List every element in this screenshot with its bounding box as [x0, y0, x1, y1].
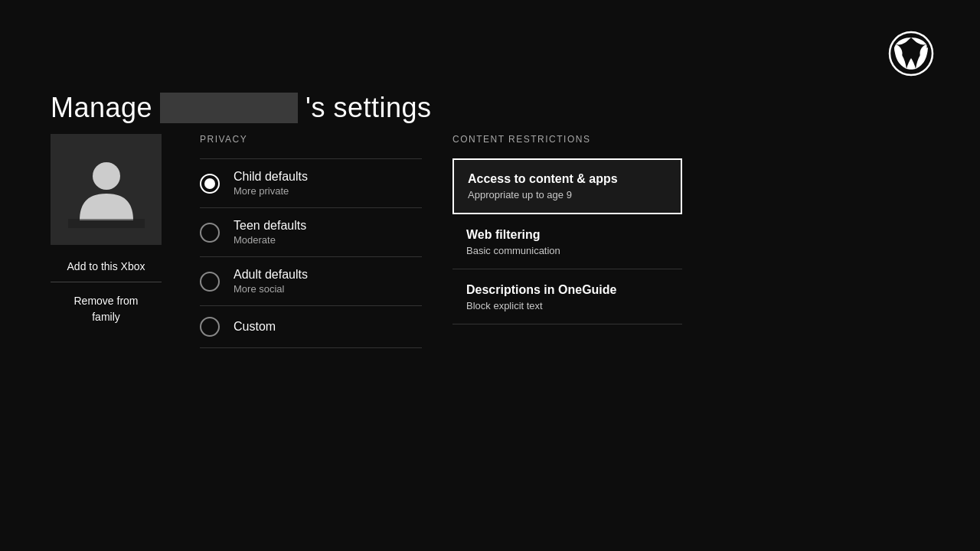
- content-restrictions-section: CONTENT RESTRICTIONS Access to content &…: [452, 134, 682, 348]
- radio-child: [200, 174, 220, 194]
- content-restrictions-label: CONTENT RESTRICTIONS: [452, 134, 682, 145]
- privacy-section: PRIVACY Child defaults More private Teen…: [200, 134, 422, 348]
- main-content: Add to this Xbox Remove from family PRIV…: [51, 134, 682, 348]
- left-sidebar: Add to this Xbox Remove from family: [51, 134, 162, 348]
- privacy-option-teen[interactable]: Teen defaults Moderate: [200, 208, 422, 257]
- privacy-options: Child defaults More private Teen default…: [200, 158, 422, 348]
- web-subtitle: Basic communication: [466, 245, 668, 256]
- child-title: Child defaults: [234, 170, 308, 184]
- radio-custom: [200, 317, 220, 337]
- child-subtitle: More private: [234, 185, 308, 197]
- remove-from-family-button[interactable]: Remove from family: [74, 293, 138, 325]
- remove-line1: Remove from: [74, 295, 138, 307]
- restriction-descriptions[interactable]: Descriptions in OneGuide Block explicit …: [452, 271, 682, 324]
- privacy-option-adult[interactable]: Adult defaults More social: [200, 257, 422, 306]
- add-to-xbox-button[interactable]: Add to this Xbox: [51, 260, 162, 282]
- remove-line2: family: [92, 311, 120, 323]
- radio-adult: [200, 272, 220, 292]
- teen-subtitle: Moderate: [234, 234, 306, 246]
- redacted-name: [160, 93, 298, 123]
- adult-title: Adult defaults: [234, 268, 308, 282]
- teen-title: Teen defaults: [234, 219, 306, 233]
- descriptions-subtitle: Block explicit text: [466, 300, 668, 311]
- add-to-xbox-label: Add to this Xbox: [67, 260, 145, 272]
- descriptions-title: Descriptions in OneGuide: [466, 283, 668, 297]
- radio-teen: [200, 223, 220, 243]
- page-title: Manage 's settings: [51, 92, 432, 124]
- avatar: [51, 134, 162, 245]
- header-title-start: Manage: [51, 92, 152, 124]
- xbox-logo: [888, 31, 934, 77]
- restriction-web[interactable]: Web filtering Basic communication: [452, 216, 682, 269]
- privacy-option-child[interactable]: Child defaults More private: [200, 158, 422, 208]
- header-title-end: 's settings: [305, 92, 431, 124]
- restriction-access[interactable]: Access to content & apps Appropriate up …: [452, 158, 682, 214]
- adult-subtitle: More social: [234, 283, 308, 295]
- access-title: Access to content & apps: [468, 172, 667, 186]
- svg-point-1: [93, 162, 120, 190]
- privacy-section-label: PRIVACY: [200, 134, 422, 145]
- web-title: Web filtering: [466, 228, 668, 242]
- custom-title: Custom: [234, 320, 276, 334]
- access-subtitle: Appropriate up to age 9: [468, 189, 667, 201]
- privacy-option-custom[interactable]: Custom: [200, 306, 422, 348]
- svg-rect-2: [68, 219, 145, 228]
